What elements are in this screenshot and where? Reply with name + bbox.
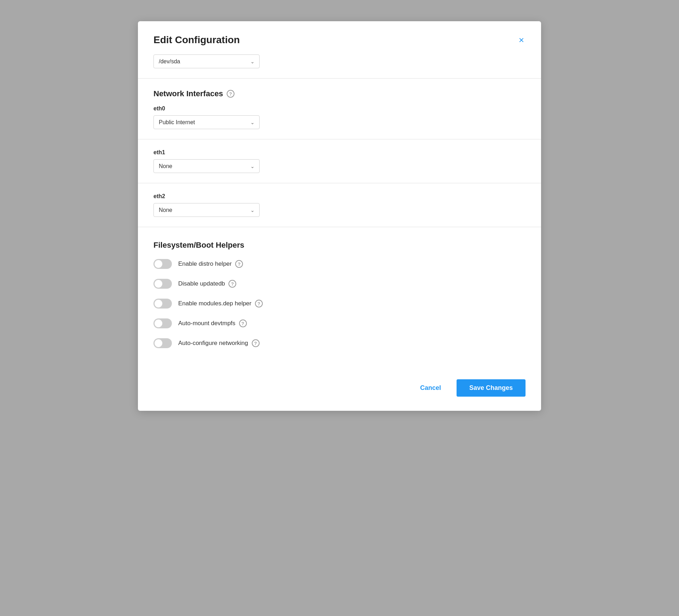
eth2-field-group: eth2 None Public Internet ⌄ <box>153 193 526 217</box>
cancel-button[interactable]: Cancel <box>413 380 448 396</box>
modal-overlay: Edit Configuration × /dev/sda /dev/sdb /… <box>0 0 679 616</box>
network-interfaces-help-icon[interactable]: ? <box>227 90 234 98</box>
eth0-select[interactable]: Public Internet None <box>153 115 260 129</box>
auto-mount-devtmpfs-help-icon[interactable]: ? <box>239 319 247 327</box>
auto-mount-devtmpfs-row: Auto-mount devtmpfs ? <box>153 318 526 328</box>
auto-mount-devtmpfs-label: Auto-mount devtmpfs ? <box>178 319 247 327</box>
eth0-divider <box>138 139 541 139</box>
enable-distro-helper-slider <box>153 259 172 269</box>
eth1-select[interactable]: None Public Internet <box>153 159 260 173</box>
auto-configure-networking-label: Auto-configure networking ? <box>178 339 260 347</box>
enable-modules-dep-help-icon[interactable]: ? <box>255 300 263 307</box>
eth0-select-wrapper: Public Internet None ⌄ <box>153 115 260 129</box>
eth0-field-group: eth0 Public Internet None ⌄ <box>153 105 526 129</box>
eth2-select-wrapper: None Public Internet ⌄ <box>153 203 260 217</box>
device-select-wrapper: /dev/sda /dev/sdb /dev/sdc ⌄ <box>153 54 260 68</box>
auto-configure-networking-slider <box>153 338 172 348</box>
eth0-label: eth0 <box>153 105 526 112</box>
enable-distro-helper-help-icon[interactable]: ? <box>235 260 243 268</box>
enable-modules-dep-toggle[interactable] <box>153 299 172 309</box>
auto-configure-networking-toggle[interactable] <box>153 338 172 348</box>
eth2-select[interactable]: None Public Internet <box>153 203 260 217</box>
network-interfaces-title: Network Interfaces <box>153 89 223 98</box>
enable-distro-helper-row: Enable distro helper ? <box>153 259 526 269</box>
auto-configure-networking-row: Auto-configure networking ? <box>153 338 526 348</box>
network-interfaces-section: Network Interfaces ? eth0 Public Interne… <box>153 79 526 227</box>
enable-distro-helper-label: Enable distro helper ? <box>178 260 243 268</box>
eth2-divider <box>138 227 541 227</box>
filesystem-boot-helpers-section: Filesystem/Boot Helpers Enable distro he… <box>153 237 526 369</box>
disable-updatedb-toggle[interactable] <box>153 279 172 289</box>
eth2-label: eth2 <box>153 193 526 200</box>
disable-updatedb-help-icon[interactable]: ? <box>228 280 236 288</box>
edit-configuration-modal: Edit Configuration × /dev/sda /dev/sdb /… <box>138 21 541 411</box>
device-select[interactable]: /dev/sda /dev/sdb /dev/sdc <box>153 54 260 68</box>
eth1-label: eth1 <box>153 149 526 156</box>
modal-footer: Cancel Save Changes <box>138 369 541 411</box>
eth1-divider <box>138 183 541 183</box>
modal-body: /dev/sda /dev/sdb /dev/sdc ⌄ Network Int… <box>138 54 541 369</box>
auto-mount-devtmpfs-slider <box>153 318 172 328</box>
enable-modules-dep-row: Enable modules.dep helper ? <box>153 299 526 309</box>
modal-title: Edit Configuration <box>153 34 240 46</box>
save-changes-button[interactable]: Save Changes <box>457 379 526 397</box>
device-select-row: /dev/sda /dev/sdb /dev/sdc ⌄ <box>153 54 526 78</box>
disable-updatedb-label: Disable updatedb ? <box>178 280 236 288</box>
enable-distro-helper-toggle[interactable] <box>153 259 172 269</box>
filesystem-boot-helpers-title: Filesystem/Boot Helpers <box>153 241 526 250</box>
eth1-select-wrapper: None Public Internet ⌄ <box>153 159 260 173</box>
enable-modules-dep-slider <box>153 299 172 309</box>
disable-updatedb-slider <box>153 279 172 289</box>
disable-updatedb-row: Disable updatedb ? <box>153 279 526 289</box>
eth1-field-group: eth1 None Public Internet ⌄ <box>153 149 526 173</box>
network-interfaces-title-row: Network Interfaces ? <box>153 89 526 98</box>
modal-header: Edit Configuration × <box>138 21 541 54</box>
close-button[interactable]: × <box>517 34 526 46</box>
auto-configure-networking-help-icon[interactable]: ? <box>252 339 260 347</box>
enable-modules-dep-label: Enable modules.dep helper ? <box>178 300 263 307</box>
auto-mount-devtmpfs-toggle[interactable] <box>153 318 172 328</box>
